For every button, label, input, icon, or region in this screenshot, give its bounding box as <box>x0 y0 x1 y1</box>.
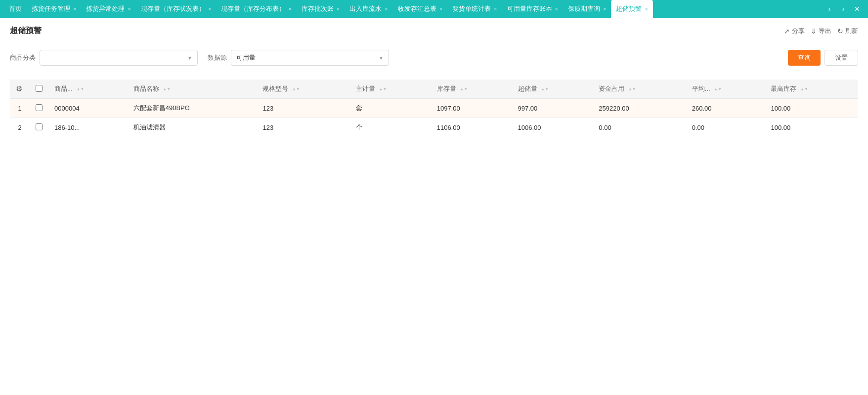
data-table: ⚙ 商品... ▲▼ 商品名称 ▲▼ 规格型号 ▲▼ 主计 <box>10 79 858 137</box>
row-stock-1: 1097.00 <box>431 99 512 118</box>
row-product-code-1: 0000004 <box>48 99 128 118</box>
row-checkbox-1[interactable] <box>30 99 48 118</box>
category-label: 商品分类 <box>10 53 36 62</box>
nav-item-stock-status[interactable]: 现存量（库存状况表）× <box>136 0 216 18</box>
sort-product-name[interactable]: ▲▼ <box>163 87 171 91</box>
nav-item-quality-check[interactable]: 保质期查询× <box>563 0 611 18</box>
nav-item-order-stats[interactable]: 要货单统计表× <box>447 0 502 18</box>
row-overstock-2: 1006.00 <box>512 118 593 137</box>
sort-avg[interactable]: ▲▼ <box>714 87 722 91</box>
nav-close-quality-check[interactable]: × <box>603 6 606 12</box>
table-header-row: ⚙ 商品... ▲▼ 商品名称 ▲▼ 规格型号 ▲▼ 主计 <box>10 79 858 99</box>
col-stock: 库存量 ▲▼ <box>431 79 512 99</box>
sort-max-stock[interactable]: ▲▼ <box>800 87 808 91</box>
row-capital-2: 0.00 <box>593 118 686 137</box>
col-max-stock: 最高库存 ▲▼ <box>765 79 858 99</box>
table-settings-icon[interactable]: ⚙ <box>16 84 22 93</box>
row-avg-1: 260.00 <box>686 99 765 118</box>
col-spec: 规格型号 ▲▼ <box>257 79 349 99</box>
nav-close-collect-total[interactable]: × <box>439 6 442 12</box>
page-title: 超储预警 <box>10 26 42 36</box>
row-overstock-1: 997.00 <box>512 99 593 118</box>
main-content: 超储预警 ➚ 分享 ⇓ 导出 ↻ 刷新 商品分类 ▼ 数据源 <box>0 18 868 395</box>
sort-product-code[interactable]: ▲▼ <box>76 87 84 91</box>
row-seq-2: 2 <box>10 118 30 137</box>
datasource-value: 可用量 <box>236 53 256 62</box>
nav-close-stock-status[interactable]: × <box>208 6 211 12</box>
filter-area: 商品分类 ▼ 数据源 可用量 ▼ 查询 设置 <box>10 44 858 72</box>
nav-item-home[interactable]: 首页 <box>4 0 27 18</box>
table-row: 2 186-10... 机油滤清器 123 个 1106.00 1006.00 … <box>10 118 858 137</box>
col-checkbox <box>30 79 48 99</box>
nav-close-overstock-warning[interactable]: × <box>645 6 648 12</box>
refresh-button[interactable]: ↻ 刷新 <box>837 27 858 36</box>
export-button[interactable]: ⇓ 导出 <box>811 27 831 36</box>
col-unit: 主计量 ▲▼ <box>350 79 431 99</box>
header-actions: ➚ 分享 ⇓ 导出 ↻ 刷新 <box>784 27 858 36</box>
nav-arrow-left[interactable]: ‹ <box>823 2 836 16</box>
row-spec-2: 123 <box>257 118 349 137</box>
row-stock-2: 1106.00 <box>431 118 512 137</box>
category-select[interactable]: ▼ <box>40 50 198 66</box>
nav-item-batch-account[interactable]: 库存批次账× <box>297 0 345 18</box>
sort-unit[interactable]: ▲▼ <box>379 87 387 91</box>
row-spec-1: 123 <box>257 99 349 118</box>
sort-stock[interactable]: ▲▼ <box>460 87 468 91</box>
nav-close-abnormal[interactable]: × <box>128 6 130 12</box>
category-filter: 商品分类 ▼ <box>10 50 198 66</box>
table-row: 1 0000004 六配套新昌490BPG 123 套 1097.00 997.… <box>10 99 858 118</box>
col-capital: 资金占用 ▲▼ <box>593 79 686 99</box>
nav-item-inout-flow[interactable]: 出入库流水× <box>345 0 392 18</box>
nav-item-abnormal[interactable]: 拣货异常处理× <box>81 0 135 18</box>
col-product-name: 商品名称 ▲▼ <box>128 79 257 99</box>
nav-close-stock-dist[interactable]: × <box>288 6 291 12</box>
row-unit-2: 个 <box>350 118 431 137</box>
select-all-checkbox[interactable] <box>36 85 43 92</box>
nav-close-usable-account[interactable]: × <box>555 6 558 12</box>
sort-overstock[interactable]: ▲▼ <box>541 87 549 91</box>
nav-item-task-mgmt[interactable]: 拣货任务管理× <box>27 0 81 18</box>
nav-item-usable-account[interactable]: 可用量库存账本× <box>502 0 563 18</box>
nav-arrow-right[interactable]: › <box>836 2 850 16</box>
row-max-stock-2: 100.00 <box>765 118 858 137</box>
row-max-stock-1: 100.00 <box>765 99 858 118</box>
col-overstock: 超储量 ▲▼ <box>512 79 593 99</box>
row-checkbox-2[interactable] <box>30 118 48 137</box>
col-avg: 平均... ▲▼ <box>686 79 765 99</box>
row-product-name-1: 六配套新昌490BPG <box>128 99 257 118</box>
nav-close-order-stats[interactable]: × <box>494 6 497 12</box>
export-icon: ⇓ <box>811 27 817 35</box>
top-navigation: 首页拣货任务管理×拣货异常处理×现存量（库存状况表）×现存量（库存分布表）×库存… <box>0 0 868 18</box>
share-button[interactable]: ➚ 分享 <box>784 27 805 36</box>
nav-arrow-close[interactable]: ✕ <box>850 2 864 16</box>
nav-item-overstock-warning[interactable]: 超储预警× <box>611 0 652 18</box>
row-capital-1: 259220.00 <box>593 99 686 118</box>
row-product-name-2: 机油滤清器 <box>128 118 257 137</box>
sort-capital[interactable]: ▲▼ <box>628 87 636 91</box>
page-header: 超储预警 ➚ 分享 ⇓ 导出 ↻ 刷新 <box>10 26 858 36</box>
row-check-1[interactable] <box>36 104 43 111</box>
sort-spec[interactable]: ▲▼ <box>292 87 300 91</box>
nav-item-stock-dist[interactable]: 现存量（库存分布表）× <box>216 0 296 18</box>
col-product-code: 商品... ▲▼ <box>48 79 128 99</box>
category-dropdown-arrow: ▼ <box>187 55 192 61</box>
nav-item-collect-total[interactable]: 收发存汇总表× <box>393 0 447 18</box>
query-button[interactable]: 查询 <box>788 50 821 66</box>
refresh-icon: ↻ <box>837 27 843 35</box>
row-avg-2: 0.00 <box>686 118 765 137</box>
datasource-label: 数据源 <box>208 53 227 62</box>
row-check-2[interactable] <box>36 123 43 130</box>
row-product-code-2: 186-10... <box>48 118 128 137</box>
col-settings: ⚙ <box>10 79 30 99</box>
settings-button[interactable]: 设置 <box>825 50 858 66</box>
datasource-dropdown-arrow: ▼ <box>379 55 384 61</box>
nav-close-inout-flow[interactable]: × <box>385 6 388 12</box>
datasource-filter: 数据源 可用量 ▼ <box>208 50 389 66</box>
nav-close-batch-account[interactable]: × <box>337 6 340 12</box>
nav-close-task-mgmt[interactable]: × <box>73 6 76 12</box>
datasource-select[interactable]: 可用量 ▼ <box>231 50 389 66</box>
row-seq-1: 1 <box>10 99 30 118</box>
row-unit-1: 套 <box>350 99 431 118</box>
share-icon: ➚ <box>784 27 790 35</box>
